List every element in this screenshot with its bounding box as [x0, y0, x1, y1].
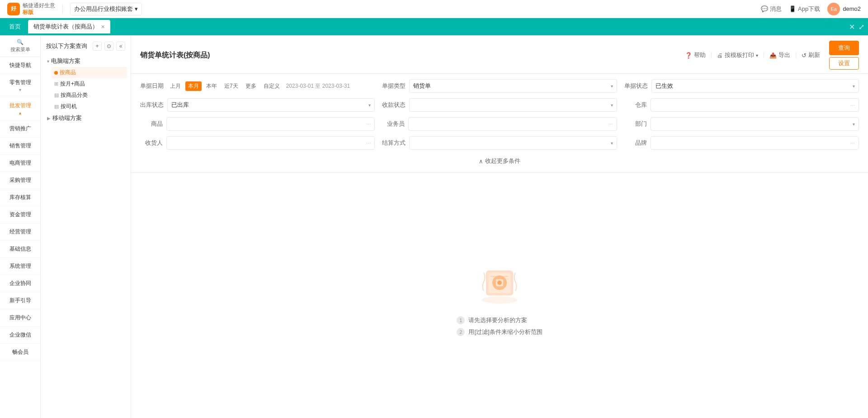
main-right: 销货单统计表(按商品) ❓ 帮助 🖨 按模板打印 ▾ 📤	[131, 35, 868, 418]
brand-select[interactable]: ···	[651, 136, 859, 150]
tab-close-icon[interactable]: ✕	[101, 24, 105, 30]
sidebar-item-purchase[interactable]: 采购管理	[0, 172, 40, 189]
divider2	[764, 52, 764, 58]
chevron-down-icon: ▾	[135, 5, 138, 12]
divider	[711, 52, 712, 58]
empty-tips: 1 请先选择要分析的方案 2 用[过滤]条件来缩小分析范围	[457, 316, 542, 336]
sidebar-quick-nav[interactable]: 快捷导航	[0, 57, 40, 74]
status-select[interactable]: 已生效 ▾	[651, 79, 859, 93]
tree-pc-section[interactable]: ▾ 电脑端方案	[44, 55, 127, 67]
filter-row-3: 商品 ··· 业务员 ··· 部门	[140, 117, 859, 131]
date-tab-this-year[interactable]: 本年	[203, 81, 220, 91]
settlement-select[interactable]: ▾	[409, 136, 617, 150]
tab-bar-right: ✕ ⤢	[849, 23, 864, 31]
date-tab-custom[interactable]: 自定义	[261, 81, 283, 91]
chevron-down-icon: ▾	[19, 87, 21, 92]
avatar: Ea	[827, 3, 840, 15]
receiver-field: 收货人 ···	[140, 136, 375, 150]
grid-icon: ⊞	[54, 81, 58, 87]
date-tab-more[interactable]: 更多	[243, 81, 259, 91]
print-btn[interactable]: 🖨 按模板打印 ▾	[713, 49, 762, 61]
page-title: 销货单统计表(按商品)	[140, 51, 210, 60]
collapse-panel-btn[interactable]: «	[116, 42, 125, 51]
sidebar-item-member[interactable]: 畅会员	[0, 344, 40, 361]
refresh-btn[interactable]: ↺ 刷新	[798, 49, 824, 61]
tree-item-by-month-product[interactable]: ⊞ 按月+商品	[52, 78, 127, 90]
sidebar-item-ecommerce[interactable]: 电商管理	[0, 155, 40, 172]
settings-btn[interactable]: 设置	[829, 57, 859, 70]
top-bar: 好 畅捷通好生意 标版 办公用品行业模拟账套 ▾ 💬 消息 📱 App下载 Ea…	[0, 0, 868, 18]
refresh-icon: ↺	[802, 52, 807, 59]
warehouse-select[interactable]: ···	[651, 98, 859, 112]
search-menu-btn[interactable]: 🔍 搜索菜单	[0, 35, 40, 57]
sidebar: 🔍 搜索菜单 快捷导航 零售管理 ▾ 批发管理 ▴ 营销推广 销售管理 电商管理…	[0, 35, 41, 418]
dots-icon3[interactable]: ···	[609, 121, 613, 127]
tab-bar: 首页 销货单统计表（按商品） ✕ ✕ ⤢	[0, 18, 868, 35]
chevron-right-icon: ▶	[47, 116, 51, 121]
filter-panel: 按以下方案查询 + ⊙ « ▾ 电脑端方案 按商品	[41, 35, 131, 418]
sidebar-item-finance[interactable]: 资金管理	[0, 206, 40, 223]
sidebar-item-operation[interactable]: 经营管理	[0, 223, 40, 241]
svg-point-5	[497, 280, 502, 285]
tree-item-by-category[interactable]: ▤ 按商品分类	[52, 90, 127, 101]
dots-icon2[interactable]: ···	[366, 121, 371, 127]
sidebar-item-wechat[interactable]: 企业微信	[0, 327, 40, 344]
sidebar-item-sales[interactable]: 销售管理	[0, 138, 40, 155]
add-scheme-btn[interactable]: +	[93, 42, 102, 51]
app-download-btn[interactable]: 📱 App下载	[789, 5, 820, 13]
top-bar-right: 💬 消息 📱 App下载 Ea demo2	[761, 3, 861, 15]
top-bar-left: 好 畅捷通好生意 标版 办公用品行业模拟账套 ▾	[7, 2, 142, 15]
query-buttons: 查询 设置	[829, 41, 859, 70]
maximize-icon[interactable]: ⤢	[859, 23, 864, 31]
receiver-select[interactable]: ···	[166, 136, 375, 150]
salesperson-select[interactable]: ···	[408, 117, 617, 131]
query-btn[interactable]: 查询	[829, 41, 859, 55]
sidebar-item-wholesale[interactable]: 批发管理 ▴	[0, 97, 40, 120]
settlement-field: 结算方式 ▾	[382, 136, 617, 150]
collapse-conditions-btn[interactable]: ∧ 收起更多条件	[140, 157, 859, 165]
message-icon: 💬	[761, 5, 768, 12]
dots-icon[interactable]: ···	[850, 102, 855, 108]
tree-item-by-product[interactable]: 按商品	[52, 67, 127, 78]
help-btn[interactable]: ❓ 帮助	[681, 49, 709, 61]
export-btn[interactable]: 📤 导出	[766, 49, 794, 61]
dots-icon5[interactable]: ···	[850, 140, 855, 146]
edit-scheme-btn[interactable]: ⊙	[104, 42, 113, 51]
empty-tip-1: 1 请先选择要分析的方案	[457, 316, 542, 324]
help-icon: ❓	[685, 52, 692, 59]
sidebar-item-enterprise[interactable]: 企业协同	[0, 275, 40, 292]
workspace-selector[interactable]: 办公用品行业模拟账套 ▾	[70, 3, 142, 15]
logo-text: 畅捷通好生意 标版	[23, 2, 55, 15]
dots-icon4[interactable]: ···	[366, 140, 371, 146]
tree-mobile-section[interactable]: ▶ 移动端方案	[44, 112, 127, 124]
dept-field: 部门 ▾	[624, 117, 859, 131]
date-selector: 上月 本月 本年 近7天 更多 自定义 2023-03-01 至 2023-03…	[167, 81, 375, 91]
out-status-select[interactable]: 已出库 ▾	[167, 98, 375, 112]
tree-item-by-cashier[interactable]: ▤ 按司机	[52, 101, 127, 112]
chevron-down-icon2: ▾	[853, 122, 855, 127]
sidebar-item-app-center[interactable]: 应用中心	[0, 309, 40, 327]
type-select[interactable]: 销货单 ▾	[409, 79, 617, 93]
filter-tree: ▾ 电脑端方案 按商品 ⊞ 按月+商品 ▤ 按商品分类	[41, 53, 131, 126]
sidebar-item-retail[interactable]: 零售管理 ▾	[0, 74, 40, 97]
goods-select[interactable]: ···	[166, 117, 375, 131]
dept-select[interactable]: ▾	[651, 117, 859, 131]
tab-home[interactable]: 首页	[4, 20, 26, 33]
sidebar-item-newbie[interactable]: 新手引导	[0, 292, 40, 309]
tab-report[interactable]: 销货单统计表（按商品） ✕	[28, 20, 110, 33]
sidebar-item-basic[interactable]: 基础信息	[0, 241, 40, 258]
type-field: 单据类型 销货单 ▾	[382, 79, 617, 93]
user-area[interactable]: Ea demo2	[827, 3, 861, 15]
sidebar-item-inventory[interactable]: 库存核算	[0, 189, 40, 206]
sidebar-item-marketing[interactable]: 营销推广	[0, 120, 40, 138]
main-content: 🔍 搜索菜单 快捷导航 零售管理 ▾ 批发管理 ▴ 营销推广 销售管理 电商管理…	[0, 35, 868, 418]
date-tab-7days[interactable]: 近7天	[222, 81, 241, 91]
close-window-icon[interactable]: ✕	[849, 23, 855, 31]
date-tab-this-month[interactable]: 本月	[185, 81, 202, 91]
date-tab-last-month[interactable]: 上月	[167, 81, 184, 91]
payment-select[interactable]: ▾	[409, 98, 617, 112]
message-btn[interactable]: 💬 消息	[761, 5, 782, 13]
content-panel: 按以下方案查询 + ⊙ « ▾ 电脑端方案 按商品	[41, 35, 868, 418]
sidebar-item-system[interactable]: 系统管理	[0, 258, 40, 275]
cashier-icon: ▤	[54, 104, 59, 109]
